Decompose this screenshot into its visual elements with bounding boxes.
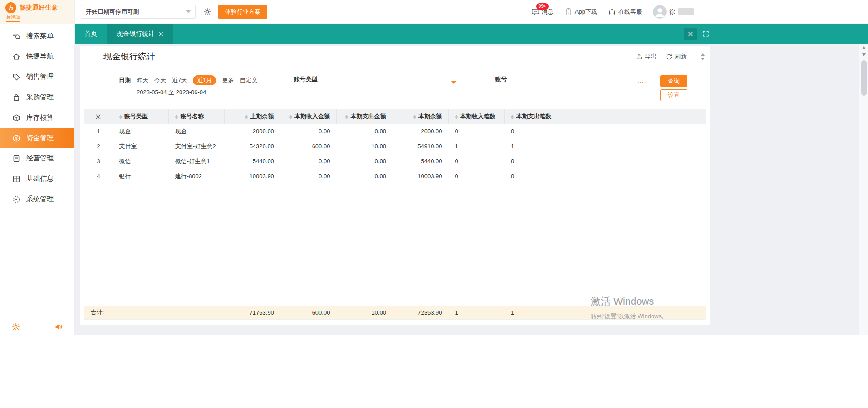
cell-account-type: 支付宝 bbox=[113, 139, 169, 154]
panel-header: 现金银行统计 导出 刷新 bbox=[80, 46, 710, 68]
cell-account-type: 现金 bbox=[113, 124, 169, 139]
panel-scroll-arrows-icon[interactable] bbox=[701, 53, 705, 60]
table-row[interactable]: 1现金现金2000.000.000.002000.0000 bbox=[84, 124, 706, 139]
query-button[interactable]: 查询 bbox=[660, 75, 687, 87]
user-menu[interactable]: 徐 bbox=[653, 5, 694, 19]
sidebar-item-operations[interactable]: 经营管理 bbox=[0, 148, 74, 169]
sidebar-item-inventory[interactable]: 库存核算 bbox=[0, 107, 74, 128]
account-name-link[interactable]: 微信-好生意1 bbox=[175, 158, 210, 165]
table-row[interactable]: 3微信微信-好生意15440.000.000.005440.0000 bbox=[84, 154, 706, 169]
sidebar-item-system[interactable]: 系统管理 bbox=[0, 189, 74, 209]
app-download-label: App下载 bbox=[575, 8, 597, 16]
date-option-today[interactable]: 今天 bbox=[154, 76, 166, 84]
online-service-button[interactable]: 在线客服 bbox=[608, 8, 642, 16]
app-download-button[interactable]: App下载 bbox=[564, 8, 597, 16]
base-info-icon bbox=[12, 175, 20, 183]
sidebar-item-label: 系统管理 bbox=[26, 195, 54, 204]
cell-closing-balance: 5440.00 bbox=[392, 154, 449, 169]
date-option-last-7-days[interactable]: 近7天 bbox=[172, 76, 187, 84]
announcement-speaker-icon[interactable] bbox=[54, 323, 63, 331]
account-input[interactable] bbox=[510, 75, 633, 86]
sort-icon bbox=[345, 115, 348, 119]
cell-period-expense: 0.00 bbox=[336, 169, 392, 184]
total-row-cells: 合计:71763.90600.0010.0072353.9011 bbox=[84, 306, 706, 320]
table-row[interactable]: 4银行建行-800210003.900.000.0010003.9000 bbox=[84, 169, 706, 184]
phone-icon bbox=[564, 8, 573, 16]
tab-label: 现金银行统计 bbox=[117, 30, 155, 38]
table-body: 1现金现金2000.000.000.002000.00002支付宝支付宝-好生意… bbox=[84, 124, 706, 184]
date-option-custom[interactable]: 自定义 bbox=[240, 76, 257, 84]
sidebar-item-quick-nav[interactable]: 快捷导航 bbox=[0, 46, 74, 67]
account-picker-button[interactable] bbox=[637, 75, 644, 86]
sort-icon bbox=[511, 115, 514, 119]
tab-cash-bank-stats[interactable]: 现金银行统计 bbox=[107, 24, 173, 44]
column-header-period-income[interactable]: 本期收入金额 bbox=[280, 109, 337, 124]
sidebar: b 畅捷通好生意 标准版 搜索菜单快捷导航销售管理采购管理库存核算资金管理经营管… bbox=[0, 0, 75, 335]
cell-closing-balance: 10003.90 bbox=[392, 169, 449, 184]
column-header-income-count[interactable]: 本期收入笔数 bbox=[448, 109, 505, 124]
sidebar-item-search-menu[interactable]: 搜索菜单 bbox=[0, 26, 74, 46]
headset-icon bbox=[608, 8, 616, 16]
settings-button[interactable]: 设置 bbox=[660, 89, 687, 101]
messages-button[interactable]: 99+ 消息 bbox=[531, 8, 554, 16]
sidebar-item-sales[interactable]: 销售管理 bbox=[0, 67, 74, 87]
vertical-scrollbar[interactable] bbox=[859, 44, 868, 335]
date-range-value[interactable]: 2023-05-04 至 2023-06-04 bbox=[137, 88, 257, 97]
account-name-link[interactable]: 支付宝-好生意2 bbox=[175, 143, 216, 150]
cell-expense-count: 0 bbox=[505, 169, 706, 184]
date-option-last-1-month[interactable]: 近1月 bbox=[193, 75, 216, 85]
scroll-up-arrow[interactable] bbox=[859, 44, 868, 51]
tabbar-icons bbox=[684, 24, 709, 44]
search-menu-icon bbox=[12, 32, 20, 40]
date-option-yesterday[interactable]: 昨天 bbox=[137, 76, 148, 84]
refresh-button[interactable]: 刷新 bbox=[666, 53, 687, 61]
column-header-account-name[interactable]: 账号名称 bbox=[169, 109, 225, 124]
tab-close-icon[interactable] bbox=[159, 32, 163, 36]
total-expense-count: 1 bbox=[505, 306, 706, 320]
date-filter-label: 日期 bbox=[119, 76, 131, 84]
scrollbar-thumb[interactable] bbox=[861, 60, 867, 96]
topbar-gear-icon[interactable] bbox=[203, 8, 211, 16]
tab-label: 首页 bbox=[84, 30, 97, 38]
column-header-opening-balance[interactable]: 上期余额 bbox=[224, 109, 280, 124]
export-button[interactable]: 导出 bbox=[636, 53, 657, 61]
cell-account-name: 微信-好生意1 bbox=[169, 154, 225, 169]
cell-income-count: 0 bbox=[448, 154, 505, 169]
account-type-select[interactable] bbox=[320, 75, 456, 86]
column-header-period-expense[interactable]: 本期支出金额 bbox=[336, 109, 392, 124]
scroll-down-arrow[interactable] bbox=[859, 51, 868, 58]
tab-home[interactable]: 首页 bbox=[75, 24, 107, 44]
cell-row-index: 2 bbox=[84, 139, 113, 154]
main-content: 现金银行统计 导出 刷新 日期 昨天今天近7天近1月更多自定义 202 bbox=[75, 44, 859, 335]
sidebar-menu: 搜索菜单快捷导航销售管理采购管理库存核算资金管理经营管理基础信息系统管理 bbox=[0, 24, 74, 209]
sort-icon bbox=[175, 115, 178, 119]
column-header-account-type[interactable]: 账号类型 bbox=[113, 109, 169, 124]
account-name-link[interactable]: 现金 bbox=[175, 128, 187, 135]
funds-icon bbox=[12, 134, 20, 142]
close-tabs-button[interactable] bbox=[684, 28, 697, 40]
settings-gear-icon[interactable] bbox=[12, 323, 20, 331]
logo-edition-badge: 标准版 bbox=[6, 14, 20, 22]
app-logo: b 畅捷通好生意 标准版 bbox=[0, 0, 74, 24]
sidebar-item-base-info[interactable]: 基础信息 bbox=[0, 169, 74, 189]
sidebar-item-label: 搜索菜单 bbox=[26, 32, 54, 40]
column-header-label: 上期余额 bbox=[250, 113, 274, 120]
sidebar-item-funds[interactable]: 资金管理 bbox=[0, 128, 74, 148]
account-set-select[interactable]: 开账日期可停用可删 bbox=[81, 5, 196, 19]
total-closing-balance: 72353.90 bbox=[392, 306, 449, 320]
trial-solution-button[interactable]: 体验行业方案 bbox=[218, 5, 267, 19]
column-header-expense-count[interactable]: 本期支出笔数 bbox=[505, 109, 706, 124]
fullscreen-icon[interactable] bbox=[702, 30, 709, 37]
sidebar-item-purchase[interactable]: 采购管理 bbox=[0, 87, 74, 107]
column-header-closing-balance[interactable]: 本期余额 bbox=[392, 109, 449, 124]
filter-buttons: 查询 设置 bbox=[660, 75, 687, 101]
account-name-link[interactable]: 建行-8002 bbox=[175, 173, 202, 180]
cell-period-income: 0.00 bbox=[280, 124, 337, 139]
table-column-settings-button[interactable] bbox=[84, 109, 113, 124]
inventory-icon bbox=[12, 114, 20, 122]
date-option-more[interactable]: 更多 bbox=[222, 76, 234, 84]
online-service-label: 在线客服 bbox=[618, 8, 642, 16]
table-row[interactable]: 2支付宝支付宝-好生意254320.00600.0010.0054910.001… bbox=[84, 139, 706, 154]
account-type-filter: 账号类型 bbox=[294, 75, 456, 86]
sort-icon bbox=[119, 115, 122, 119]
